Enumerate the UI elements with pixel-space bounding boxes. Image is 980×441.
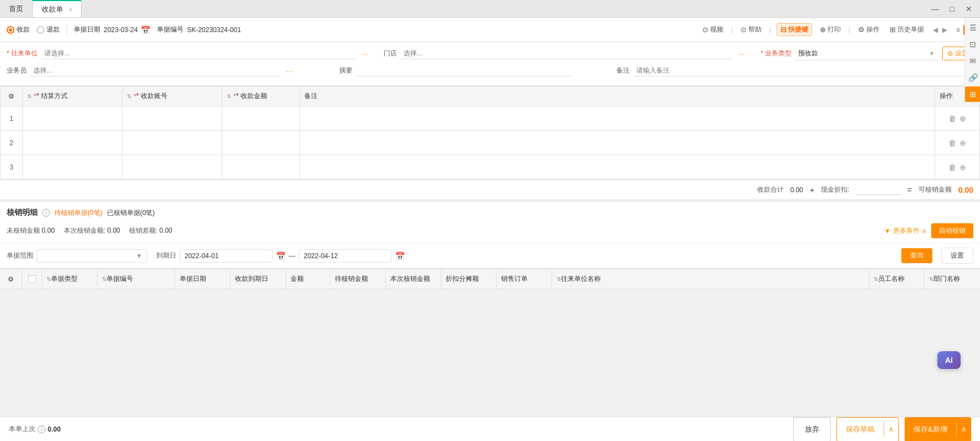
td3-settle[interactable] [23,155,122,179]
td3-delete-icon[interactable]: 🗑 [948,163,956,172]
counterpart-more-icon[interactable]: ··· [359,49,370,58]
remark-input[interactable] [633,65,973,76]
history-button[interactable]: ⊞ 历史单据 [887,24,926,35]
sidebar-icon-1[interactable]: ☰ [965,20,980,35]
td3-amount[interactable] [222,155,300,179]
date-from-input[interactable] [180,249,273,263]
sort-settle-icon[interactable]: ⇅ [27,93,32,99]
operations-button[interactable]: ⚙ 操作 [856,24,882,35]
radio-receive[interactable]: 收款 [7,25,30,34]
td2-delete-icon[interactable]: 🗑 [948,139,956,147]
sort-type-icon[interactable]: ⇅ [47,276,51,282]
abandon-button[interactable]: 放弃 [793,417,831,442]
tab-bar: 首页 收款单 × — □ ✕ [0,0,980,18]
td3-remark[interactable] [300,155,935,179]
shop-input[interactable] [400,48,733,59]
shop-more-icon[interactable]: ··· [736,49,747,58]
bth-checkbox[interactable] [22,269,42,289]
td2-remark[interactable] [300,131,935,155]
sort-counterpart-icon[interactable]: ⇅ [557,276,561,282]
pending-tab[interactable]: 待核销单据(0笔) [54,208,103,218]
td2-copy-icon[interactable]: ⊕ [959,139,966,147]
help-button[interactable]: ⊙ 帮助 [738,24,764,35]
discount-input[interactable] [856,184,901,195]
td2-account[interactable] [122,131,222,155]
sort-amount-icon[interactable]: ⇅ [227,93,231,99]
current-stat: 本次核销金额: 0.00 [64,226,120,235]
bth-amount-label: 金额 [290,274,304,284]
counterpart-input[interactable] [41,48,356,59]
bottom-info: 本单上次 i 0.00 [9,424,60,434]
td1-account[interactable] [122,106,222,130]
th-remark: 备注 [300,86,935,106]
unverified-stat: 未核销金额 0.00 [7,226,55,235]
date-to-calendar-icon[interactable]: 📅 [395,252,405,260]
current-value: 0.00 [107,227,120,234]
radio-receive-label: 收款 [17,25,30,34]
td1-copy-icon[interactable]: ⊕ [959,114,966,123]
range-select[interactable]: ▼ [37,249,147,263]
ai-badge[interactable]: Ai [937,351,961,369]
tab-active[interactable]: 收款单 × [32,0,81,17]
tab-home-label: 首页 [9,4,23,14]
done-tab[interactable]: 已核销单据(0笔) [107,208,155,218]
salesperson-more-icon[interactable]: ··· [284,66,295,75]
shortcut-button[interactable]: ⊟ 快捷键 [777,23,812,36]
td1-settle[interactable] [23,106,122,130]
maximize-button[interactable]: □ [947,3,958,14]
td3-copy-icon[interactable]: ⊕ [959,163,966,172]
more-conditions-button[interactable]: ▼ 更多条件 ∧ [884,226,927,235]
sort-dept-icon[interactable]: ⇅ [929,276,933,282]
sidebar-icon-4[interactable]: 🔗 [965,70,980,85]
bth-due-date-label: 收款到期日 [235,274,268,284]
save-new-button[interactable]: 保存&新增 ∧ [905,417,971,442]
bth-gear[interactable]: ⚙ [0,269,22,289]
row1-num: 1 [9,115,13,122]
biz-type-arrow-icon: ▼ [929,50,935,57]
section-info-icon[interactable]: i [42,209,50,217]
nav-prev-icon[interactable]: ◀ [932,25,939,35]
date-to-input[interactable] [299,249,392,263]
sidebar-icon-5[interactable]: ⊞ [965,86,980,102]
tab-home[interactable]: 首页 [0,0,32,17]
biz-type-select[interactable]: 预收款 ▼ [795,47,938,60]
video-button[interactable]: ⊙ 视频 [700,24,726,35]
td1-remark[interactable] [300,106,935,130]
minimize-button[interactable]: — [928,3,942,14]
print-button[interactable]: ⊕ 打印 [818,24,843,35]
query-button[interactable]: 查询 [901,248,932,263]
close-button[interactable]: ✕ [962,3,976,14]
sort-staff-icon[interactable]: ⇅ [874,276,878,282]
sidebar-icon-3[interactable]: ✉ [965,53,980,69]
save-draft-arrow-icon[interactable]: ∧ [884,422,899,437]
date-from-calendar-icon[interactable]: 📅 [276,252,285,260]
table-row: 3 🗑 ⊕ [1,155,979,180]
sort-account-icon[interactable]: ⇅ [127,93,131,99]
save-new-arrow-icon[interactable]: ∧ [956,422,971,437]
sort-number-icon[interactable]: ⇅ [102,276,106,282]
td1-delete-icon[interactable]: 🗑 [948,114,956,123]
sidebar-icon-2[interactable]: ⊡ [965,37,980,52]
list-view-icon[interactable]: ≡ [954,25,962,35]
filter-settings-button[interactable]: 设置 [941,248,973,264]
nav-next-icon[interactable]: ▶ [941,25,948,35]
th-gear[interactable]: ⚙ [1,86,23,106]
td3-account[interactable] [122,155,222,179]
header-checkbox[interactable] [28,275,36,283]
tab-close-icon[interactable]: × [69,6,72,13]
help-icon: ⊙ [741,25,747,34]
td1-amount[interactable] [222,106,300,130]
radio-refund[interactable]: 退款 [37,25,60,34]
row2-num: 2 [9,139,13,147]
bottom-info-icon[interactable]: i [38,425,45,433]
form-row-2: 业务员 ··· 摘要 备注 [7,65,973,76]
salesperson-input[interactable] [30,65,280,76]
date-calendar-icon[interactable]: 📅 [141,25,150,34]
td2-settle[interactable] [23,131,122,155]
biz-type-field: 业务类型 预收款 ▼ [760,47,938,60]
summary-input[interactable] [356,65,572,76]
save-draft-button[interactable]: 保存草稿 ∧ [836,417,899,442]
auto-verify-button[interactable]: 自动核销 [931,223,973,238]
tab-active-label: 收款单 [42,4,63,14]
td2-amount[interactable] [222,131,300,155]
